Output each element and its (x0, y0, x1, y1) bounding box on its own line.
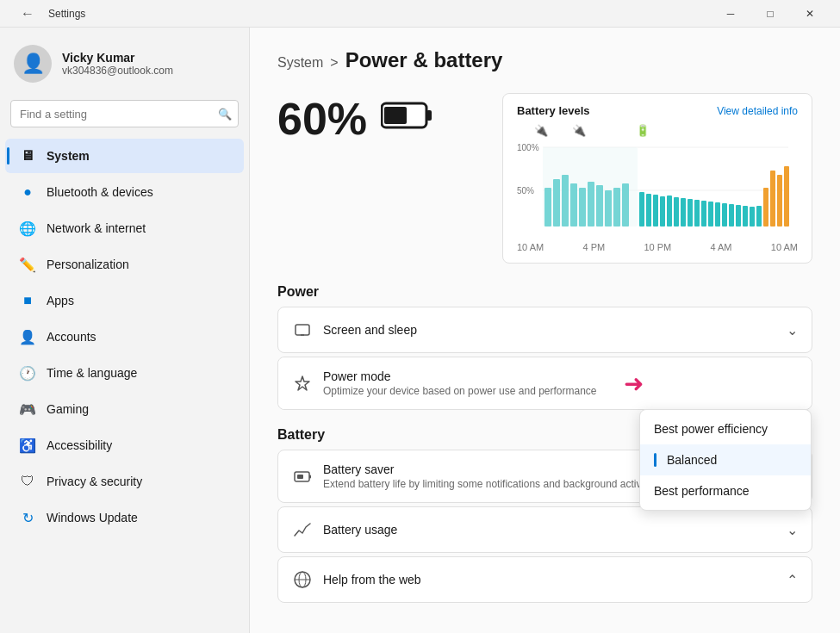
time-label-4: 4 AM (710, 242, 731, 252)
power-mode-title: Power mode (323, 369, 798, 383)
screen-sleep-row[interactable]: Screen and sleep ⌄ (278, 307, 812, 352)
power-section: Power Screen and sleep ⌄ (277, 284, 812, 410)
svg-rect-24 (681, 198, 686, 227)
svg-rect-30 (722, 203, 727, 227)
app-body: 👤 Vicky Kumar vk304836@outlook.com 🔍 🖥 S… (0, 28, 840, 633)
battery-chart-link[interactable]: View detailed info (717, 105, 798, 117)
gaming-icon: 🎮 (19, 400, 36, 418)
svg-text:100%: 100% (517, 143, 539, 152)
svg-rect-43 (297, 475, 303, 479)
sidebar-item-gaming[interactable]: 🎮 Gaming (5, 392, 244, 426)
search-input[interactable] (10, 100, 239, 127)
svg-rect-27 (701, 201, 706, 227)
sidebar-item-bluetooth[interactable]: ● Bluetooth & devices (5, 175, 244, 209)
sidebar-item-label: Personalization (47, 258, 129, 271)
battery-chart: Battery levels View detailed info 🔌 🔌 🔋 … (502, 93, 812, 264)
screen-sleep-right: ⌄ (787, 322, 798, 338)
titlebar-title: Settings (48, 8, 85, 20)
maximize-button[interactable]: □ (750, 0, 790, 28)
sidebar-item-label: System (47, 149, 90, 163)
sidebar-item-privacy[interactable]: 🛡 Privacy & security (5, 464, 244, 499)
battery-percentage: 60% (277, 93, 367, 145)
battery-chart-title: Battery levels (517, 104, 590, 117)
battery-chart-header: Battery levels View detailed info (517, 104, 798, 117)
svg-rect-25 (688, 199, 693, 227)
sidebar-item-accessibility[interactable]: ♿ Accessibility (5, 428, 244, 462)
power-mode-row[interactable]: Power mode Optimize your device based on… (278, 357, 812, 409)
svg-rect-1 (384, 107, 407, 124)
search-box: 🔍 (10, 100, 239, 127)
screen-sleep-text: Screen and sleep (323, 323, 776, 337)
plug-icon-1: 🔌 (534, 124, 548, 137)
screen-sleep-card: Screen and sleep ⌄ (277, 307, 812, 353)
sidebar-item-network[interactable]: 🌐 Network & internet (5, 211, 244, 245)
help-web-icon (292, 569, 313, 590)
time-label-5: 10 AM (771, 242, 798, 252)
sidebar-item-label: Network & internet (47, 221, 146, 235)
time-label-2: 4 PM (582, 242, 605, 252)
chevron-up-icon: ⌃ (787, 572, 798, 588)
svg-rect-2 (426, 110, 432, 121)
svg-rect-20 (653, 195, 658, 227)
user-info: Vicky Kumar vk304836@outlook.com (62, 51, 173, 77)
balanced-label: Balanced (667, 453, 717, 467)
battery-icon (381, 100, 432, 139)
power-mode-text: Power mode Optimize your device based on… (323, 369, 798, 397)
sidebar-item-label: Accessibility (47, 438, 112, 452)
screen-sleep-title: Screen and sleep (323, 323, 776, 337)
battery-percentage-row: 60% (277, 93, 432, 145)
sidebar-item-system[interactable]: 🖥 System (5, 139, 244, 173)
sidebar-item-update[interactable]: ↻ Windows Update (5, 500, 244, 535)
help-web-row[interactable]: Help from the web ⌃ (278, 557, 812, 602)
help-web-title: Help from the web (323, 573, 776, 586)
battery-usage-card: Battery usage ⌄ (277, 506, 812, 553)
svg-rect-29 (715, 202, 720, 227)
avatar: 👤 (14, 45, 52, 83)
svg-rect-19 (646, 194, 651, 227)
battery-saver-text: Battery saver Extend battery life by lim… (323, 462, 688, 490)
svg-rect-39 (784, 166, 789, 227)
dropdown-item-balanced[interactable]: Balanced (640, 444, 811, 475)
close-button[interactable]: ✕ (790, 0, 830, 28)
user-email: vk304836@outlook.com (62, 65, 173, 77)
battery-usage-icon (292, 519, 313, 540)
chevron-down-icon: ⌄ (787, 322, 798, 338)
titlebar: ← Settings ─ □ ✕ (0, 0, 840, 28)
battery-saver-subtitle: Extend battery life by limiting some not… (323, 478, 688, 490)
sidebar-item-time[interactable]: 🕐 Time & language (5, 356, 244, 390)
dropdown-item-efficiency[interactable]: Best power efficiency (640, 413, 811, 444)
power-mode-icon (292, 373, 313, 394)
titlebar-controls: ─ □ ✕ (711, 0, 830, 28)
svg-rect-36 (763, 188, 768, 227)
back-button[interactable]: ← (14, 3, 41, 25)
time-icon: 🕐 (19, 364, 36, 382)
sidebar-item-label: Windows Update (47, 511, 138, 524)
selected-bar (654, 453, 656, 467)
personalization-icon: ✏️ (19, 256, 36, 273)
user-section[interactable]: 👤 Vicky Kumar vk304836@outlook.com (0, 34, 249, 93)
sidebar-item-apps[interactable]: ■ Apps (5, 283, 244, 318)
sidebar-item-personalization[interactable]: ✏️ Personalization (5, 247, 244, 282)
svg-rect-37 (770, 171, 775, 227)
dropdown-item-performance[interactable]: Best performance (640, 475, 811, 506)
screen-sleep-icon (292, 320, 313, 340)
svg-rect-17 (543, 147, 638, 227)
apps-icon: ■ (19, 292, 36, 309)
help-web-right: ⌃ (787, 572, 798, 588)
plug-icon-2: 🔌 (572, 124, 586, 137)
titlebar-left: ← Settings (14, 3, 85, 25)
battery-usage-row[interactable]: Battery usage ⌄ (278, 507, 812, 552)
svg-rect-38 (777, 175, 782, 227)
accounts-icon: 👤 (19, 328, 36, 345)
help-web-card: Help from the web ⌃ (277, 556, 812, 603)
svg-rect-23 (674, 197, 679, 227)
sidebar-item-accounts[interactable]: 👤 Accounts (5, 320, 244, 354)
time-label-3: 10 PM (644, 242, 671, 252)
performance-label: Best performance (654, 484, 750, 498)
breadcrumb-parent: System (277, 55, 323, 71)
minimize-button[interactable]: ─ (711, 0, 750, 28)
network-icon: 🌐 (19, 220, 36, 237)
user-name: Vicky Kumar (62, 51, 173, 65)
sidebar: 👤 Vicky Kumar vk304836@outlook.com 🔍 🖥 S… (0, 28, 250, 633)
search-icon: 🔍 (218, 108, 232, 121)
